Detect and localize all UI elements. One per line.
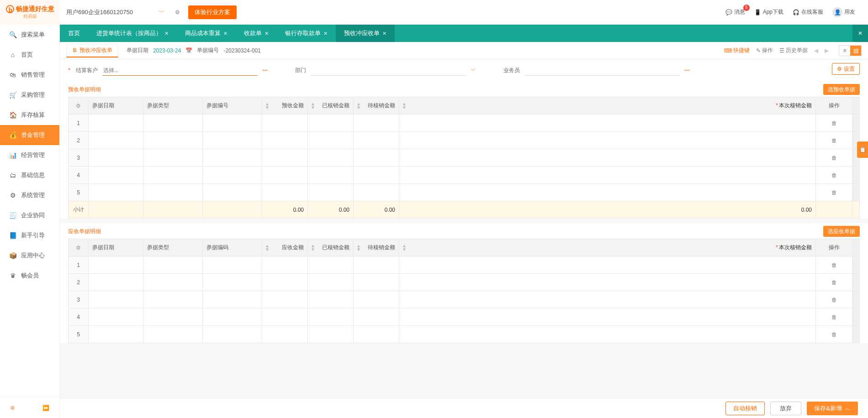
cell[interactable] [262,132,308,149]
online-service-button[interactable]: 🎧在线客服 [793,8,823,16]
row-delete[interactable]: 🗑 [816,308,852,326]
cell[interactable] [399,326,816,343]
cell[interactable] [399,115,816,132]
col-header[interactable]: ▲▼单据编号 [203,97,262,115]
sidebar-item-6[interactable]: 📊经营管理 [0,145,59,165]
cell[interactable] [354,274,399,291]
view-list-button[interactable]: ≡ [839,46,850,56]
cell[interactable] [308,308,354,326]
close-icon[interactable]: ✕ [382,31,386,37]
select-prereceipt-button[interactable]: 选预收单据 [823,84,860,95]
cell[interactable] [89,326,143,343]
close-icon[interactable]: ✕ [265,31,269,37]
col-header[interactable]: ▲▼应收金额 [262,239,308,256]
col-settings[interactable]: ⚙ [69,97,89,115]
col-header[interactable]: ▲▼*本次核销金额 [399,239,816,256]
cell[interactable] [308,256,354,274]
col-header[interactable]: ▲▼待核销金额 [354,97,399,115]
sidebar-item-9[interactable]: 🧾企业协同 [0,205,59,225]
col-header[interactable]: 操作 [816,239,852,256]
sidebar-item-0[interactable]: 🔍搜索菜单 [0,25,59,45]
cell[interactable] [143,115,203,132]
company-settings-icon[interactable]: ⚙ [175,9,180,16]
cell[interactable] [354,115,399,132]
cell[interactable] [399,184,816,201]
col-header[interactable]: ▲▼*本次核销金额 [399,97,816,115]
sidebar-item-11[interactable]: 📦应用中心 [0,246,59,266]
cell[interactable] [308,132,354,149]
tab-3[interactable]: 收款单✕ [236,25,277,42]
cell[interactable] [308,167,354,184]
cell[interactable] [89,308,143,326]
row-delete[interactable]: 🗑 [816,184,852,201]
sidebar-item-12[interactable]: ♛畅会员 [0,266,59,286]
discard-button[interactable]: 放弃 [770,402,801,415]
cell[interactable] [89,274,143,291]
cell[interactable] [399,149,816,167]
messages-button[interactable]: 💬 消息 5 [725,8,745,16]
company-select[interactable]: 用户690企业1660120750 ﹀ [66,5,167,19]
cell[interactable] [354,167,399,184]
cell[interactable] [143,326,203,343]
cell[interactable] [203,291,262,308]
nav-prev-icon[interactable]: ◀ [814,47,818,54]
operate-button[interactable]: ✎操作 [756,47,773,54]
cell[interactable] [89,291,143,308]
col-header[interactable]: 操作 [816,97,852,115]
cell[interactable] [262,256,308,274]
cell[interactable] [399,274,816,291]
cell[interactable] [262,308,308,326]
cell[interactable] [203,326,262,343]
sidebar-item-10[interactable]: 📘新手引导 [0,225,59,246]
col-header[interactable]: ▲▼单据类型 [143,97,203,115]
row-delete[interactable]: 🗑 [816,149,852,167]
cell[interactable] [143,184,203,201]
tab-1[interactable]: 进货单统计表（按商品）✕ [88,25,177,42]
sidebar-item-1[interactable]: ⌂首页 [0,45,59,65]
industry-plan-button[interactable]: 体验行业方案 [188,5,237,19]
cell[interactable] [203,184,262,201]
cell[interactable] [203,274,262,291]
cell[interactable] [203,115,262,132]
sidebar-item-8[interactable]: ⚙系统管理 [0,185,59,205]
save-and-new-button[interactable]: 保存&新增︿ [807,402,858,415]
customer-input[interactable] [102,65,258,76]
cell[interactable] [354,149,399,167]
cell[interactable] [354,184,399,201]
row-delete[interactable]: 🗑 [816,115,852,132]
cell[interactable] [203,149,262,167]
cell[interactable] [399,256,816,274]
cell[interactable] [203,308,262,326]
cell[interactable] [143,256,203,274]
collapse-icon[interactable]: ⏩ [42,405,49,411]
col-header[interactable]: ▲▼单据编码 [203,239,262,256]
customer-lookup-icon[interactable]: ⋯ [262,67,268,73]
cell[interactable] [143,167,203,184]
cell[interactable] [203,256,262,274]
cell[interactable] [89,184,143,201]
col-header[interactable]: ▲▼待核销金额 [354,239,399,256]
tab-0[interactable]: 首页 [60,25,88,42]
col-header[interactable]: ▲▼单据类型 [143,239,203,256]
history-button[interactable]: ☰历史单据 [779,47,808,54]
cell[interactable] [262,149,308,167]
app-download-button[interactable]: 📱App下载 [754,8,783,16]
cell[interactable] [308,291,354,308]
col-header[interactable]: ▲▼单据日期 [89,97,143,115]
close-icon[interactable]: ✕ [323,31,328,37]
cell[interactable] [203,132,262,149]
sidebar-item-4[interactable]: 🏠库存核算 [0,105,59,125]
doc-type-tab[interactable]: 🗎 预收冲应收单 [66,44,118,57]
close-all-tabs-button[interactable]: ✕ [852,25,868,42]
right-float-tab[interactable]: 📋 [857,141,868,158]
cell[interactable] [399,291,816,308]
shortcut-button[interactable]: ⌨快捷键 [724,47,750,54]
cell[interactable] [203,167,262,184]
cell[interactable] [143,274,203,291]
cell[interactable] [89,256,143,274]
calendar-icon[interactable]: 📅 [185,47,192,54]
doc-date[interactable]: 2023-03-24 [153,47,181,54]
cell[interactable] [262,326,308,343]
sidebar-item-5[interactable]: 💰资金管理 [0,125,59,145]
cell[interactable] [262,115,308,132]
